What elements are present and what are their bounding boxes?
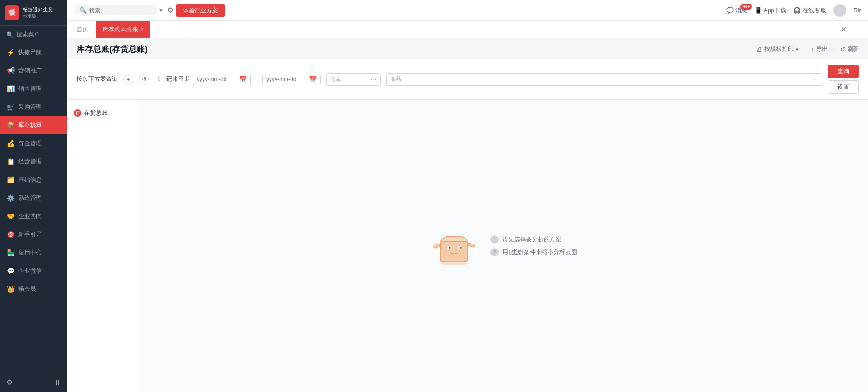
settings-btn[interactable]: 设置	[828, 80, 859, 94]
nav-icon-basic: 🗂️	[6, 176, 15, 184]
product-field[interactable]: 商品 ···	[386, 73, 822, 86]
sidebar-logo: 畅 畅捷通好生意 标准版	[0, 0, 67, 26]
gear-icon[interactable]: ⚙	[167, 6, 174, 15]
empty-tip-2: 2 用[过滤]条件来缩小分析范围	[490, 248, 577, 256]
sidebar-item-guide[interactable]: 🎯新手引导	[0, 225, 67, 244]
query-btn[interactable]: 查询	[828, 65, 859, 78]
sidebar-item-system[interactable]: ⚙️系统管理	[0, 189, 67, 207]
date-end-input[interactable]: 📅	[262, 74, 321, 85]
search-icon: 🔍	[79, 7, 87, 14]
warehouse-field[interactable]: 仓库 ···	[326, 73, 381, 86]
expand-icon[interactable]: ⛶	[852, 23, 864, 36]
nav-label-quick-nav: 快捷导航	[18, 48, 42, 56]
nav-icon-appstore: 🏪	[6, 249, 15, 257]
search-input[interactable]	[89, 7, 144, 14]
tip-num-2: 2	[490, 248, 499, 256]
nav-icon-wechat: 💬	[6, 267, 15, 275]
sidebar-nav: ⚡快捷导航📢营销推广📊销售管理🛒采购管理📦库存核算💰资金管理📋经营管理🗂️基础信…	[0, 43, 67, 372]
settings-icon[interactable]: ⚙	[6, 378, 13, 387]
nav-icon-finance: 💰	[6, 139, 15, 148]
svg-rect-0	[440, 241, 468, 262]
industry-btn[interactable]: 体验行业方案	[176, 4, 225, 17]
app-download-btn[interactable]: 📱 App下载	[755, 6, 786, 15]
sidebar-search[interactable]: 🔍 搜索菜单	[0, 26, 67, 43]
topbar-search-area: 🔍 ▾ ⚙ 体验行业方案	[75, 4, 723, 17]
nav-icon-system: ⚙️	[6, 194, 15, 202]
phone-icon: 📱	[755, 7, 762, 14]
tab-close-icon[interactable]: ×	[141, 26, 144, 33]
date-separator: —	[254, 76, 260, 83]
sidebar-item-basic[interactable]: 🗂️基础信息	[0, 171, 67, 189]
message-icon: 💬	[726, 7, 734, 14]
sidebar-item-appstore[interactable]: 🏪应用中心	[0, 244, 67, 262]
nav-icon-enterprise: 🤝	[6, 212, 15, 220]
nav-label-operations: 经营管理	[18, 158, 42, 166]
nav-label-purchase: 采购管理	[18, 103, 42, 111]
filter-actions: 查询 设置	[828, 65, 859, 94]
scheme-sidebar: 存 存货总账	[67, 100, 140, 392]
empty-robot-illustration	[431, 223, 477, 269]
sidebar-item-member[interactable]: 👑畅会员	[0, 280, 67, 298]
sidebar-item-wechat[interactable]: 💬企业微信	[0, 262, 67, 280]
nav-label-finance: 资金管理	[18, 139, 42, 148]
nav-icon-guide: 🎯	[6, 230, 15, 239]
topbar-search-box[interactable]: 🔍	[75, 5, 157, 15]
tabbar: 首页 库存成本总账 × ✕ ⛶	[67, 21, 868, 38]
sidebar-item-marketing[interactable]: 📢营销推广	[0, 61, 67, 80]
tab-home[interactable]: 首页	[69, 21, 96, 38]
date-start[interactable]	[197, 76, 238, 82]
tip-text-1: 请先选择要分析的方案	[502, 235, 562, 244]
sidebar-item-operations[interactable]: 📋经营管理	[0, 153, 67, 171]
empty-state: 1 请先选择要分析的方案 2 用[过滤]条件来缩小分析范围	[140, 100, 868, 392]
scheme-icon: 存	[74, 109, 81, 117]
filter-add-btn[interactable]: +	[123, 74, 133, 84]
refresh-icon: ↺	[840, 46, 845, 53]
refresh-btn[interactable]: ↺ 刷新	[840, 45, 859, 53]
date-field-label: 记账日期	[166, 75, 190, 83]
content: 库存总账(存货总账) 🖨 按模板打印 ▾ | ↑ 导出 | ↺ 刷新	[67, 38, 868, 392]
tip-text-2: 用[过滤]条件来缩小分析范围	[502, 248, 577, 256]
print-btn[interactable]: 🖨 按模板打印 ▾	[756, 45, 799, 53]
nav-icon-inventory: 📦	[6, 121, 15, 129]
page-header: 库存总账(存货总账) 🖨 按模板打印 ▾ | ↑ 导出 | ↺ 刷新	[67, 38, 868, 59]
sidebar-item-enterprise[interactable]: 🤝企业协同	[0, 207, 67, 225]
date-filter-field: 记账日期 📅 — 📅	[166, 74, 321, 85]
date-start-input[interactable]: 📅	[193, 74, 251, 85]
scheme-item[interactable]: 存 存货总账	[67, 105, 140, 121]
chevron-down-icon: ▾	[796, 46, 799, 53]
print-icon: 🖨	[756, 46, 762, 53]
sidebar-item-purchase[interactable]: 🛒采购管理	[0, 98, 67, 116]
tab-active[interactable]: 库存成本总账 ×	[96, 21, 150, 38]
online-service-btn[interactable]: 🎧 在线客服	[793, 6, 826, 15]
nav-label-appstore: 应用中心	[18, 249, 42, 257]
message-btn[interactable]: 💬 消息 99+	[726, 6, 747, 15]
topbar: 🔍 ▾ ⚙ 体验行业方案 💬 消息 99+ 📱 App下载 🎧 在线客服 Rit	[67, 0, 868, 21]
svg-point-3	[449, 247, 450, 249]
nav-label-inventory: 库存核算	[18, 121, 42, 129]
sidebar-footer: ⚙ ⏸	[0, 372, 67, 392]
sidebar-item-finance[interactable]: 💰资金管理	[0, 134, 67, 153]
export-btn[interactable]: ↑ 导出	[811, 45, 828, 53]
sidebar-search-label: 搜索菜单	[16, 31, 40, 39]
nav-label-sales: 销售管理	[18, 85, 42, 93]
nav-icon-sales: 📊	[6, 85, 15, 93]
filter-label: 按以下方案查询	[77, 75, 118, 83]
close-panel-icon[interactable]: ✕	[837, 23, 850, 36]
filter-collapse-icon[interactable]: 《	[154, 75, 161, 83]
filter-bar: 按以下方案查询 + ↺ 《 记账日期 📅 — 📅 仓库 ···	[67, 59, 868, 100]
warehouse-label: 仓库	[330, 76, 341, 83]
svg-rect-6	[468, 243, 475, 248]
sidebar-item-sales[interactable]: 📊销售管理	[0, 80, 67, 98]
calendar-icon: 📅	[240, 76, 247, 83]
logo-sub: 标准版	[23, 13, 53, 19]
date-end[interactable]	[266, 76, 307, 82]
body-area: 存 存货总账	[67, 100, 868, 392]
collapse-icon[interactable]: ⏸	[54, 378, 61, 387]
username: Rit	[853, 7, 861, 14]
sidebar-item-quick-nav[interactable]: ⚡快捷导航	[0, 43, 67, 61]
nav-label-marketing: 营销推广	[18, 66, 42, 75]
chevron-down-icon[interactable]: ▾	[159, 7, 163, 14]
filter-reset-btn[interactable]: ↺	[139, 74, 149, 84]
nav-icon-marketing: 📢	[6, 66, 15, 75]
sidebar-item-inventory[interactable]: 📦库存核算	[0, 116, 67, 134]
